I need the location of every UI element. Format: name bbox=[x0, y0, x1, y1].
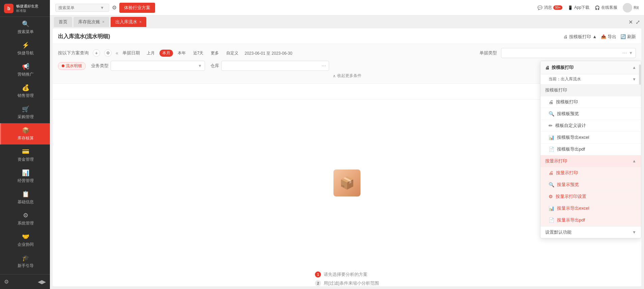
template-print-button[interactable]: 🖨 按模板打印 ▲ bbox=[563, 34, 597, 40]
dp-current-label: 当前：出入库流水 bbox=[549, 76, 581, 82]
message-item[interactable]: 💬 消息 99+ bbox=[537, 5, 562, 10]
date-opt-7days[interactable]: 近7天 bbox=[191, 50, 206, 57]
settings-icon[interactable]: ⚙ bbox=[4, 279, 9, 285]
refresh-button[interactable]: 🔄 刷新 bbox=[620, 34, 636, 40]
tab-inventory-batch[interactable]: 库存批次账 × bbox=[74, 17, 109, 27]
dp-footer[interactable]: 设置默认功能 ▼ bbox=[540, 226, 641, 238]
message-badge: 99+ bbox=[553, 5, 562, 10]
search-box[interactable]: ▼ bbox=[55, 4, 109, 12]
sidebar-item-finance[interactable]: 💳 资金管理 bbox=[0, 144, 50, 166]
tab-inout-flow-close[interactable]: × bbox=[139, 20, 142, 24]
date-opt-this-month[interactable]: 本月 bbox=[159, 50, 173, 57]
dp-item-template-custom[interactable]: ✏ 模板自定义设计 bbox=[540, 120, 641, 132]
doc-type-more-btn[interactable]: ··· bbox=[622, 50, 627, 56]
dp-display-preview-icon: 🔍 bbox=[549, 182, 554, 187]
warehouse-select[interactable]: ··· bbox=[221, 61, 329, 71]
dp-item-display-excel[interactable]: 📊 按显示导出excel bbox=[540, 203, 641, 214]
dp-item-template-excel[interactable]: 📊 按模板导出excel bbox=[540, 132, 641, 143]
dp-display-print-label: 按显示打印 bbox=[556, 170, 578, 176]
tab-inout-flow[interactable]: 出入库流水 × bbox=[111, 17, 146, 27]
dp-display-preview-label: 按显示预览 bbox=[557, 182, 579, 188]
dp-item-display-print[interactable]: 🖨 按显示打印 bbox=[540, 167, 641, 179]
dp-display-print-icon: 🖨 bbox=[549, 170, 553, 176]
sidebar-item-system[interactable]: ⚙ 系统管理 bbox=[0, 208, 50, 230]
sidebar-item-label-quick-nav: 快捷导航 bbox=[18, 50, 34, 56]
sidebar-item-label-sales: 销售管理 bbox=[18, 93, 34, 99]
sidebar-item-inventory[interactable]: 📦 库存核算 bbox=[0, 123, 50, 144]
sidebar-item-marketing[interactable]: 📢 营销推广 bbox=[0, 59, 50, 81]
date-range: 2023-06-01 至 2023-06-30 bbox=[244, 51, 292, 56]
filter-add-button[interactable]: + bbox=[93, 49, 100, 57]
basic-info-icon: 📋 bbox=[22, 190, 29, 198]
business-type-label: 业务类型 bbox=[91, 63, 109, 69]
dp-current-item[interactable]: 当前：出入库流水 ▼ bbox=[540, 74, 641, 84]
tabbar: 首页 库存批次账 × 出入库流水 × ✕ ⤢ bbox=[50, 16, 644, 28]
close-all-icon[interactable]: ✕ bbox=[628, 19, 633, 25]
collapse-icon[interactable]: ◀▶ bbox=[38, 279, 46, 285]
sidebar-item-label-search: 搜索菜单 bbox=[18, 29, 34, 35]
dp-item-display-preview[interactable]: 🔍 按显示预览 bbox=[540, 179, 641, 191]
tab-inventory-batch-close[interactable]: × bbox=[102, 20, 105, 24]
dp-item-display-pdf[interactable]: 📄 按显示导出pdf bbox=[540, 214, 641, 226]
dp-item-template-print[interactable]: 🖨 按模板打印 bbox=[540, 96, 641, 108]
sidebar-item-cooperation[interactable]: 🤝 企业协同 bbox=[0, 230, 50, 251]
sidebar-item-search[interactable]: 🔍 搜索菜单 bbox=[0, 17, 50, 38]
dp-template-print-icon: 🖨 bbox=[549, 99, 553, 105]
app-version: 标准版 bbox=[16, 8, 38, 13]
date-opt-custom[interactable]: 自定义 bbox=[224, 50, 241, 57]
filter-collapse-icon[interactable]: « bbox=[116, 50, 118, 56]
filter-settings-button[interactable]: ⚙ bbox=[104, 49, 112, 57]
service-label: 在线客服 bbox=[601, 5, 617, 10]
system-icon: ⚙ bbox=[23, 212, 28, 219]
purchase-icon: 🛒 bbox=[22, 105, 29, 113]
expand-icon[interactable]: ⤢ bbox=[636, 19, 640, 25]
doc-type-select[interactable]: ··· ▼ bbox=[501, 48, 636, 58]
marketing-icon: 📢 bbox=[22, 63, 29, 70]
dp-display-pdf-icon: 📄 bbox=[549, 217, 554, 223]
date-opt-last-month[interactable]: 上月 bbox=[144, 50, 157, 57]
service-item[interactable]: 🎧 在线客服 bbox=[595, 5, 617, 10]
dp-display-pdf-label: 按显示导出pdf bbox=[557, 217, 585, 223]
search-chevron-icon: ▼ bbox=[100, 5, 104, 10]
app-download-label: App下载 bbox=[574, 5, 589, 10]
sidebar-item-basic-info[interactable]: 📋 基础信息 bbox=[0, 187, 50, 208]
tab-inventory-batch-label: 库存批次账 bbox=[78, 19, 100, 25]
sidebar-item-sales[interactable]: 💰 销售管理 bbox=[0, 81, 50, 102]
date-opt-more[interactable]: 更多 bbox=[208, 50, 222, 57]
trial-button[interactable]: 体验行业方案 bbox=[119, 3, 155, 13]
quick-nav-icon: ⚡ bbox=[22, 42, 29, 49]
filter-tag-label: 流水明细 bbox=[66, 63, 82, 69]
tab-inout-flow-label: 出入库流水 bbox=[115, 19, 137, 25]
dp-template-preview-label: 按模板预览 bbox=[557, 111, 579, 117]
business-type-select[interactable]: ▼ bbox=[111, 61, 205, 71]
template-print-label: 按模板打印 bbox=[569, 34, 591, 40]
sidebar-item-purchase[interactable]: 🛒 采购管理 bbox=[0, 102, 50, 123]
dp-display-settings-icon: ⚙ bbox=[549, 194, 553, 199]
export-button[interactable]: 📤 导出 bbox=[601, 34, 616, 40]
guide-icon: 🎓 bbox=[22, 254, 29, 262]
dp-item-template-pdf[interactable]: 📄 按模板导出pdf bbox=[540, 143, 641, 155]
sidebar-item-quick-nav[interactable]: ⚡ 快捷导航 bbox=[0, 38, 50, 59]
page-header: 出入库流水(流水明细) 🖨 按模板打印 ▲ 📤 导出 🔄 刷新 bbox=[53, 28, 641, 44]
dp-scrollbar[interactable] bbox=[639, 61, 641, 238]
topbar-gear-icon[interactable]: ⚙ bbox=[112, 4, 117, 11]
app-download-item[interactable]: 📱 App下载 bbox=[568, 5, 589, 10]
sidebar-item-guide[interactable]: 🎓 新手引导 bbox=[0, 251, 50, 272]
dp-display-section-header: 按显示打印 ▲ bbox=[540, 155, 641, 167]
user-avatar bbox=[623, 3, 632, 12]
finance-icon: 💳 bbox=[22, 148, 29, 155]
dp-template-custom-label: 模板自定义设计 bbox=[555, 123, 586, 129]
dp-item-display-print-settings[interactable]: ⚙ 按显示打印设置 bbox=[540, 191, 641, 203]
dp-item-template-preview[interactable]: 🔍 按模板预览 bbox=[540, 108, 641, 120]
topbar: ▼ ⚙ 体验行业方案 💬 消息 99+ 📱 App下载 🎧 在线客服 Rit bbox=[50, 0, 644, 16]
filter-row-1: 按以下方案查询 + ⚙ « 单据日期 上月 本月 本年 近7天 更多 自定义 2… bbox=[58, 48, 636, 58]
search-input[interactable] bbox=[58, 5, 99, 10]
tab-home[interactable]: 首页 bbox=[54, 17, 72, 27]
sidebar-item-operations[interactable]: 📊 经营管理 bbox=[0, 166, 50, 187]
sidebar-item-label-inventory: 库存核算 bbox=[18, 135, 34, 141]
date-opt-this-year[interactable]: 本年 bbox=[175, 50, 188, 57]
warehouse-more-btn[interactable]: ··· bbox=[322, 63, 326, 69]
dp-template-print-label: 按模板打印 bbox=[556, 99, 578, 105]
user-item[interactable]: Rit bbox=[623, 3, 639, 12]
tab-home-label: 首页 bbox=[59, 19, 67, 25]
